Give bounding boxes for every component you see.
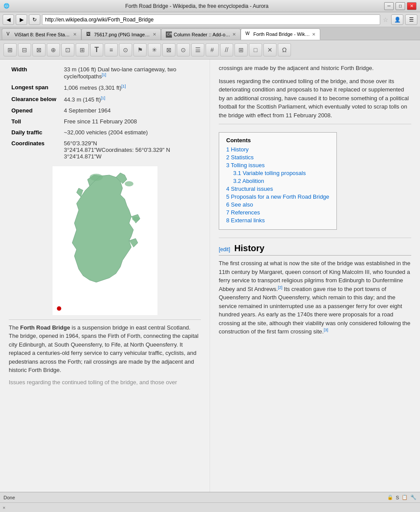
tab-png-label: 75617.png (PNG Image, 689 × 525 pi... <box>94 32 151 37</box>
map-container <box>52 166 158 315</box>
tabs-bar: V ViStart 8: Best Free Start Menu Altern… <box>0 27 420 40</box>
tab-png[interactable]: 🖼 75617.png (PNG Image, 689 × 525 pi... … <box>81 28 161 40</box>
tab-vistart[interactable]: V ViStart 8: Best Free Start Menu Altern… <box>2 28 81 40</box>
close-button[interactable]: ✕ <box>407 2 416 10</box>
toc-item-history[interactable]: 1 History <box>226 146 329 153</box>
content-area: Width 33 m (106 ft) Dual two-lane carria… <box>0 60 420 492</box>
tab-vistart-close[interactable]: ✕ <box>73 32 77 37</box>
tool-btn-list[interactable]: ☰ <box>191 43 204 56</box>
toc-item-see-also[interactable]: 6 See also <box>226 201 329 208</box>
forward-button[interactable]: ▶ <box>16 14 27 25</box>
value-coordinates: 56°0'3.329"N 3°24'14.871"WCoordinates: 5… <box>61 138 201 162</box>
menu-icon: ☰ <box>409 17 414 23</box>
tab-wikipedia-label: Forth Road Bridge - Wikipedia, the fr... <box>253 32 310 37</box>
status-text: Done <box>4 495 15 500</box>
tab-png-close[interactable]: ✕ <box>153 32 156 37</box>
tool-btn-2[interactable]: ⊟ <box>18 43 31 56</box>
bookmark-star-icon[interactable]: ☆ <box>383 16 388 23</box>
toc-item-abolition[interactable]: 3.2 Abolition <box>233 178 329 184</box>
tool-btn-1[interactable]: ⊞ <box>4 43 17 56</box>
tool-btn-dot[interactable]: ⊙ <box>177 43 190 56</box>
toc-item-variable[interactable]: 3.1 Variable tolling proposals <box>233 170 329 176</box>
toc-item-tolling[interactable]: 3 Tolling issues <box>226 162 329 168</box>
window-title: Forth Road Bridge - Wikipedia, the free … <box>10 3 384 9</box>
tool-btn-menu[interactable]: ≡ <box>105 43 118 56</box>
toc-item-external[interactable]: 8 External links <box>226 217 329 224</box>
label-opened: Opened <box>9 105 61 116</box>
status-icon-4: 🔧 <box>410 494 416 500</box>
minimize-button[interactable]: ─ <box>384 2 394 10</box>
svg-point-3 <box>132 217 139 221</box>
table-row-width: Width 33 m (106 ft) Dual two-lane carria… <box>9 64 201 82</box>
toc-item-statistics[interactable]: 2 Statistics <box>226 154 329 161</box>
bottom-close-icon[interactable]: × <box>3 505 5 510</box>
title-bar: 🌐 Forth Road Bridge - Wikipedia, the fre… <box>0 0 420 12</box>
right-top-text: crossings are made by the adjacent and h… <box>219 64 411 73</box>
tool-btn-T[interactable]: T <box>90 43 103 56</box>
label-width: Width <box>9 64 61 82</box>
bottom-bar: × <box>0 502 420 512</box>
divider-history <box>219 238 411 238</box>
tab-wikipedia[interactable]: W Forth Road Bridge - Wikipedia, the fr.… <box>241 28 320 40</box>
tool-btn-hash[interactable]: # <box>206 43 219 56</box>
divider-1 <box>9 319 201 320</box>
history-para: The first crossing at what is now the si… <box>219 259 411 336</box>
history-edit-link[interactable]: [edit] <box>219 246 230 252</box>
reload-button[interactable]: ↻ <box>29 14 40 25</box>
toc-item-structural[interactable]: 4 Structural issues <box>226 186 329 192</box>
bridge-name: Forth Road Bridge <box>20 324 70 331</box>
toc-item-proposals[interactable]: 5 Proposals for a new Forth Road Bridge <box>226 193 329 200</box>
window-controls: ─ □ ✕ <box>384 2 416 10</box>
tool-btn-slash[interactable]: // <box>220 43 233 56</box>
tab-vistart-favicon: V <box>7 32 13 38</box>
tool-btn-flag[interactable]: ⚑ <box>133 43 147 56</box>
scotland-map <box>52 166 158 315</box>
tool-btn-3[interactable]: ⊠ <box>32 43 46 56</box>
tool-btn-close[interactable]: ✕ <box>263 43 276 56</box>
value-width: 33 m (106 ft) Dual two-lane carriageway,… <box>61 64 201 82</box>
status-icon-3: 📋 <box>402 494 408 500</box>
value-clearance: 44.3 m (145 ft)[1] <box>61 94 201 105</box>
tool-btn-star[interactable]: ✳ <box>148 43 161 56</box>
tool-btn-5[interactable]: ⊡ <box>61 43 74 56</box>
toc-item-references[interactable]: 7 References <box>226 209 329 216</box>
table-row-coordinates: Coordinates 56°0'3.329"N 3°24'14.871"WCo… <box>9 138 201 162</box>
history-title: History <box>234 243 265 253</box>
menu-button[interactable]: ☰ <box>405 14 417 25</box>
tool-btn-omega[interactable]: Ω <box>278 43 291 56</box>
table-of-contents: Contents 1 History 2 Statistics 3 Tollin… <box>219 132 337 230</box>
left-pane: Width 33 m (106 ft) Dual two-lane carria… <box>0 60 210 492</box>
tab-column-reader-favicon: CR <box>166 32 172 38</box>
svg-point-2 <box>125 181 133 186</box>
value-traffic: ~32,000 vehicles (2004 estimate) <box>61 127 201 138</box>
label-toll: Toll <box>9 116 61 127</box>
table-row-longest-span: Longest span 1,006 metres (3,301 ft)[1] <box>9 82 201 93</box>
toolbar: ⊞ ⊟ ⊠ ⊕ ⊡ ⊞ T ≡ ⊙ ⚑ ✳ ⊠ ⊙ ☰ # // ⊞ □ ✕ Ω <box>0 40 420 60</box>
tab-png-favicon: 🖼 <box>86 32 92 38</box>
address-bar: ◀ ▶ ↻ ☆ 👤 ☰ <box>0 12 420 27</box>
status-icon-2: S <box>396 495 399 500</box>
tab-column-reader-close[interactable]: ✕ <box>232 32 236 37</box>
table-row-opened: Opened 4 September 1964 <box>9 105 201 116</box>
tool-btn-4[interactable]: ⊕ <box>47 43 60 56</box>
tool-btn-grid[interactable]: ⊞ <box>234 43 248 56</box>
tool-btn-square[interactable]: □ <box>249 43 262 56</box>
label-clearance: Clearance below <box>9 94 61 105</box>
status-icon-1: 🔒 <box>387 494 393 500</box>
tab-wikipedia-close[interactable]: ✕ <box>312 32 315 37</box>
tab-column-reader[interactable]: CR Column Reader :: Add-ons for Firefox … <box>161 28 241 40</box>
tab-column-reader-label: Column Reader :: Add-ons for Firefox <box>174 32 231 37</box>
table-row-traffic: Daily traffic ~32,000 vehicles (2004 est… <box>9 127 201 138</box>
location-marker <box>57 306 61 311</box>
url-input[interactable] <box>42 14 380 25</box>
history-section-title: [edit] History <box>219 243 411 256</box>
back-button[interactable]: ◀ <box>3 14 14 25</box>
maximize-button[interactable]: □ <box>396 2 405 10</box>
tool-btn-x[interactable]: ⊠ <box>162 43 175 56</box>
tab-vistart-label: ViStart 8: Best Free Start Menu Altern..… <box>14 32 71 37</box>
tool-btn-6[interactable]: ⊞ <box>76 43 89 56</box>
table-row-clearance: Clearance below 44.3 m (145 ft)[1] <box>9 94 201 105</box>
profile-icon: 👤 <box>394 17 401 23</box>
tool-btn-circle[interactable]: ⊙ <box>119 43 132 56</box>
profile-button[interactable]: 👤 <box>391 14 403 25</box>
